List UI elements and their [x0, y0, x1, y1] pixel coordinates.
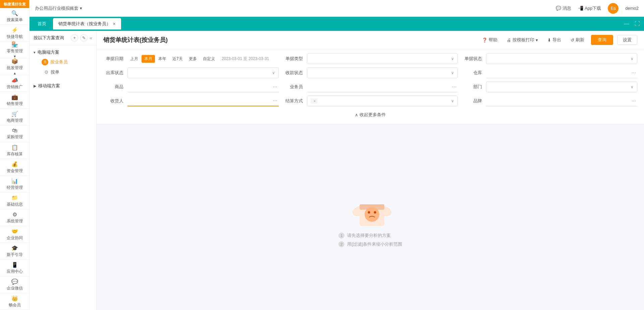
recv-status-field: ∨: [307, 67, 458, 78]
date-range-text: 2023-03-01 至 2023-03-31: [222, 56, 269, 62]
doc-status-select[interactable]: ∨: [486, 53, 637, 64]
mobile-scheme-group: ▶ 移动端方案: [30, 80, 96, 92]
user-avatar-initial: Ea: [611, 6, 616, 11]
sidebar-item-inventory[interactable]: 📋 库存核算: [0, 142, 29, 159]
empty-hints: 1 请先选择要分析的方案 2 用[过滤]条件来缩小分析范围: [338, 232, 402, 247]
tab-bar: 首页 销货单统计表（按业务员） ✕ — ⛶: [30, 17, 644, 31]
salesperson-field: ···: [307, 82, 458, 92]
salesperson-select[interactable]: ···: [307, 82, 458, 92]
sidebar-item-finance[interactable]: 💰 资金管理: [0, 159, 29, 176]
doc-type-arrow: ∨: [451, 56, 454, 61]
operation-icon: 📊: [11, 178, 18, 184]
collapse-panel-button[interactable]: «: [90, 35, 92, 41]
sidebar-item-sales[interactable]: 💼 销售管理: [0, 92, 29, 109]
sidebar-item-search[interactable]: 🔍 搜索菜单: [0, 8, 29, 25]
settle-tag-close-icon[interactable]: ×: [314, 99, 316, 103]
export-icon: ⬇: [547, 38, 551, 43]
date-tab-custom[interactable]: 自定义: [200, 55, 218, 63]
sidebar-item-appcenter[interactable]: 📱 应用中心: [0, 260, 29, 276]
recv-status-select[interactable]: ∨: [307, 67, 458, 78]
sidebar-item-basic[interactable]: 📁 基础信息: [0, 193, 29, 209]
date-tab-this-year[interactable]: 本年: [156, 55, 169, 63]
goods-field: ···: [127, 82, 279, 92]
refresh-label: 刷新: [576, 37, 584, 43]
sidebar-item-retail[interactable]: 🏪 零售管理 ▾: [0, 42, 29, 58]
sidebar-item-ecommerce[interactable]: 🛒 电商管理: [0, 109, 29, 125]
edit-scheme-button[interactable]: ✎: [80, 34, 88, 42]
sales-icon: 💼: [11, 94, 18, 100]
doc-type-field: ∨: [307, 53, 458, 64]
sidebar-item-quicknav[interactable]: ⚡ 快捷导航: [0, 25, 29, 42]
add-scheme-button[interactable]: +: [71, 34, 78, 42]
sidebar-item-operation[interactable]: 📊 经营管理: [0, 176, 29, 193]
goods-select[interactable]: ···: [127, 82, 279, 92]
brand-dots-icon: ···: [632, 98, 636, 104]
header-right: 💬 消息 📲 App下载 Ea demo2: [556, 3, 639, 14]
sidebar-item-member[interactable]: 👑 畅会员: [0, 293, 29, 310]
date-tab-more[interactable]: 更多: [186, 55, 200, 63]
sidebar-item-enterprise[interactable]: 🤝 企业协同: [0, 226, 29, 243]
wechat-icon: 💬: [11, 278, 18, 285]
top-header: 办公用品行业模拟账套 ▾ 💬 消息 📲 App下载 Ea demo2: [30, 0, 644, 17]
tab-maximize-icon[interactable]: ⛶: [633, 19, 641, 28]
collapse-filters-button[interactable]: ∧ 收起更多条件: [353, 110, 388, 120]
receiver-underline-select[interactable]: ···: [127, 96, 279, 106]
sidebar-item-member-label: 畅会员: [9, 302, 21, 308]
receiver-label: 收货人: [103, 98, 123, 104]
warehouse-dots-icon: ···: [632, 70, 636, 76]
date-tab-7days[interactable]: 近7天: [170, 55, 185, 63]
filter-row-4: 收货人 ··· 结算方式 ×: [103, 96, 637, 106]
mobile-scheme-group-header[interactable]: ▶ 移动端方案: [34, 81, 92, 91]
settings-button[interactable]: 设置: [617, 35, 637, 45]
app-selector[interactable]: 办公用品行业模拟账套 ▾: [35, 5, 82, 11]
date-tab-last-month[interactable]: 上月: [127, 55, 141, 63]
user-avatar[interactable]: Ea: [608, 3, 619, 14]
date-tab-this-month[interactable]: 本月: [142, 55, 155, 63]
sidebar-item-enterprise-label: 企业协同: [7, 235, 23, 241]
scheme-item-salesperson[interactable]: 员 按业务员: [34, 57, 92, 67]
tab-minimize-icon[interactable]: —: [623, 19, 631, 28]
doc-status-arrow: ∨: [631, 56, 634, 61]
sidebar-item-wechat[interactable]: 💬 企业微信: [0, 276, 29, 293]
salesperson-dots-icon: ···: [452, 84, 457, 90]
out-status-select[interactable]: ∨: [127, 67, 279, 78]
left-query-panel: 按以下方案查询 + ✎ « ▾ 电脑端方案 员: [30, 31, 97, 310]
brand-select[interactable]: ···: [486, 96, 637, 106]
scheme-item-by-order[interactable]: ⚙ 按单: [34, 67, 92, 77]
sidebar-item-marketing[interactable]: 📣 营销推广: [0, 75, 29, 92]
brand-field: ···: [486, 96, 637, 106]
page-title: 销货单统计表(按业务员): [103, 36, 168, 44]
panel-header-actions: + ✎ «: [71, 34, 92, 42]
filter-row-2: 出库状态 ∨ 收款状态 ∨ 仓库: [103, 67, 637, 78]
sidebar-item-finance-label: 资金管理: [7, 168, 23, 174]
query-button[interactable]: 查询: [591, 35, 613, 45]
marketing-icon: 📣: [11, 77, 18, 84]
wholesale-expand-icon: ▴: [14, 71, 16, 75]
refresh-button[interactable]: ↺ 刷新: [568, 36, 587, 44]
receiver-dots-icon: ···: [273, 98, 277, 104]
warehouse-select[interactable]: ···: [486, 67, 637, 78]
sidebar-item-wholesale[interactable]: 📦 批发管理 ▴: [0, 58, 29, 75]
app-download-action[interactable]: 📲 App下载: [578, 5, 601, 11]
desktop-scheme-group-header[interactable]: ▾ 电脑端方案: [34, 48, 92, 57]
sidebar-item-system-label: 系统管理: [7, 218, 23, 224]
sidebar-item-system[interactable]: ⚙ 系统管理: [0, 209, 29, 226]
tab-home[interactable]: 首页: [32, 18, 52, 30]
sidebar-item-appcenter-label: 应用中心: [7, 269, 23, 274]
sidebar-item-newuser[interactable]: 🎓 新手引导: [0, 243, 29, 260]
message-action[interactable]: 💬 消息: [556, 5, 571, 11]
hint-num-2: 2: [338, 241, 344, 247]
tab-close-icon[interactable]: ✕: [113, 22, 116, 26]
export-button[interactable]: ⬇ 导出: [545, 36, 564, 44]
settle-select[interactable]: × ∨: [307, 96, 458, 106]
sidebar-item-ecommerce-label: 电商管理: [7, 118, 23, 123]
help-button[interactable]: ❓ 帮助: [479, 36, 500, 44]
empty-state: 1 请先选择要分析的方案 2 用[过滤]条件来缩小分析范围: [97, 124, 644, 310]
sidebar-item-purchase[interactable]: 🛍 采购管理: [0, 125, 29, 142]
dept-select[interactable]: ∨: [486, 82, 637, 92]
date-tabs: 上月 本月 本年 近7天 更多 自定义: [127, 55, 218, 63]
print-button[interactable]: 🖨 按模板打印 ▾: [504, 36, 541, 44]
empty-illustration: [350, 187, 390, 227]
tab-sales-stat[interactable]: 销货单统计表（按业务员） ✕: [53, 18, 121, 30]
doc-type-select[interactable]: ∨: [307, 53, 458, 64]
